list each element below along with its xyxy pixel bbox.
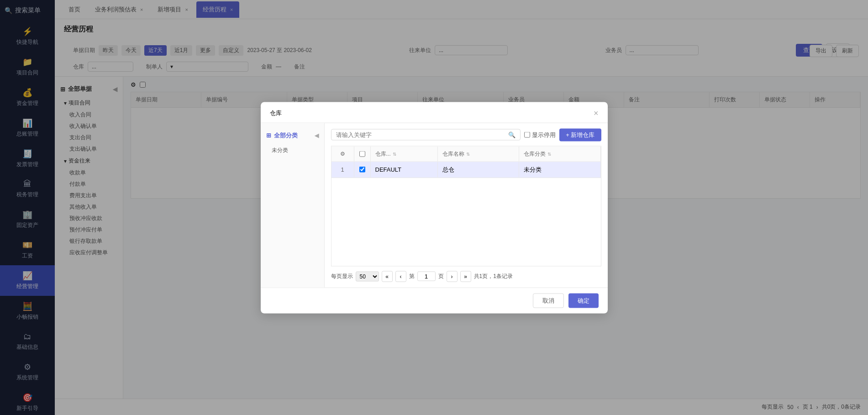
warehouse-modal: 仓库 × ⊞ 全部分类 ◀ 未分类 🔍 显示停用 [261, 102, 608, 313]
row-code: DEFAULT [371, 162, 438, 177]
table-config-icon: ⚙ [340, 151, 345, 157]
name-sort-icon[interactable]: ⇅ [466, 151, 470, 156]
modal-right-panel: 🔍 显示停用 + 新增仓库 ⚙ 仓库... [325, 123, 608, 287]
modal-left-all-label: 全部分类 [274, 131, 298, 139]
modal-search-input[interactable] [336, 131, 506, 138]
modal-header: 仓库 × [261, 102, 608, 123]
modal-title: 仓库 [270, 109, 282, 117]
show-disabled-checkbox[interactable]: 显示停用 [524, 131, 556, 139]
modal-page-label: 第 [409, 273, 415, 280]
row-seq: 1 [331, 162, 354, 177]
modal-per-page-label: 每页显示 [331, 273, 353, 280]
modal-page-suffix: 页 [438, 273, 444, 280]
modal-table-header: ⚙ 仓库... ⇅ 仓库名称 ⇅ 仓库分类 ⇅ [331, 146, 601, 162]
cat-sort-icon[interactable]: ⇅ [547, 151, 551, 156]
row-check-input[interactable] [359, 167, 365, 173]
modal-last-page[interactable]: » [460, 271, 471, 282]
modal-first-page[interactable]: « [382, 271, 393, 282]
row-category: 未分类 [519, 162, 601, 177]
modal-left-panel: ⊞ 全部分类 ◀ 未分类 [261, 123, 325, 287]
modal-table: ⚙ 仓库... ⇅ 仓库名称 ⇅ 仓库分类 ⇅ [331, 146, 601, 266]
modal-prev-page[interactable]: ‹ [395, 271, 406, 282]
modal-select-all-checkbox[interactable] [359, 151, 365, 157]
modal-left-scroll: 未分类 [261, 143, 324, 157]
row-checkbox[interactable] [354, 162, 371, 177]
modal-search-icon: 🔍 [508, 131, 516, 138]
table-row[interactable]: 1 DEFAULT 总仓 未分类 [331, 162, 601, 178]
modal-pagination: 每页显示 50 100 « ‹ 第 页 › » 共1页，1条记录 [331, 266, 601, 282]
modal-page-input[interactable] [417, 272, 436, 281]
modal-th-code-label: 仓库... [375, 150, 391, 158]
modal-close-button[interactable]: × [594, 108, 599, 118]
modal-th-name-label: 仓库名称 [442, 150, 464, 158]
modal-left-collapse[interactable]: ◀ [315, 132, 319, 138]
modal-body: ⊞ 全部分类 ◀ 未分类 🔍 显示停用 + 新增仓库 [261, 123, 608, 287]
show-disabled-input[interactable] [524, 132, 530, 138]
modal-per-page-select[interactable]: 50 100 [356, 271, 379, 281]
modal-left-all-category[interactable]: ⊞ 全部分类 ◀ [261, 127, 324, 143]
modal-total-label: 共1页，1条记录 [474, 273, 513, 280]
modal-toolbar: 🔍 显示停用 + 新增仓库 [331, 128, 601, 141]
show-disabled-label: 显示停用 [532, 131, 556, 139]
modal-th-code: 仓库... ⇅ [371, 146, 438, 161]
cancel-button[interactable]: 取消 [533, 293, 564, 308]
modal-footer: 取消 确定 [261, 287, 608, 313]
confirm-button[interactable]: 确定 [568, 293, 599, 308]
modal-search-box[interactable]: 🔍 [331, 129, 521, 141]
modal-th-category-label: 仓库分类 [524, 150, 546, 158]
add-warehouse-button[interactable]: + 新增仓库 [559, 128, 601, 141]
code-sort-icon[interactable]: ⇅ [393, 151, 396, 156]
modal-left-unclassified[interactable]: 未分类 [261, 143, 324, 157]
modal-next-page[interactable]: › [447, 271, 458, 282]
row-name: 总仓 [438, 162, 520, 177]
modal-th-name: 仓库名称 ⇅ [438, 146, 520, 161]
modal-th-category: 仓库分类 ⇅ [519, 146, 601, 161]
grid-icon2: ⊞ [266, 132, 271, 139]
modal-th-checkbox[interactable] [354, 146, 371, 161]
modal-th-settings[interactable]: ⚙ [331, 146, 354, 161]
